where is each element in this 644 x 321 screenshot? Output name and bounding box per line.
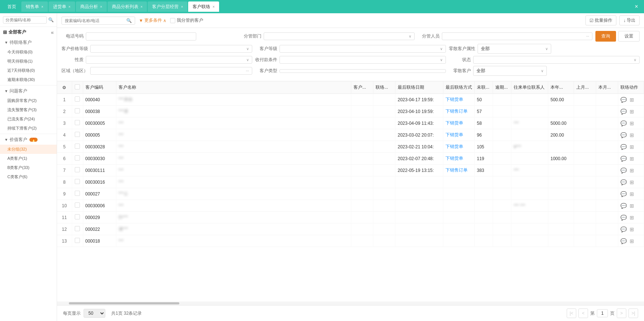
- row-checkbox[interactable]: [75, 144, 80, 149]
- action-grid-icon[interactable]: ⊞: [630, 238, 634, 244]
- nav-tab-customer-segment[interactable]: 客户分层经营 ×: [148, 1, 187, 12]
- filter-price-level-select[interactable]: ∨: [90, 45, 252, 53]
- horizontal-scrollbar[interactable]: [57, 301, 644, 305]
- cell-check[interactable]: [72, 94, 83, 106]
- action-chat-icon[interactable]: 💬: [620, 132, 627, 138]
- sidebar-item-churned[interactable]: 已流失客户(24): [0, 114, 57, 124]
- sidebar-item-7days[interactable]: 近7天待联络(0): [0, 66, 57, 75]
- nav-tab-purchase-close[interactable]: ×: [68, 5, 71, 9]
- nav-tab-sales[interactable]: 销售单 ×: [21, 1, 48, 12]
- action-chat-icon[interactable]: 💬: [620, 203, 627, 209]
- cell-check[interactable]: [72, 223, 83, 235]
- row-checkbox[interactable]: [75, 120, 80, 125]
- sidebar-group-value[interactable]: ▼ 价值客户 🔥: [0, 135, 57, 145]
- row-checkbox[interactable]: [75, 191, 80, 196]
- th-settings[interactable]: ⚙: [57, 81, 72, 94]
- nav-close-all[interactable]: ×: [632, 3, 641, 10]
- sidebar-item-today[interactable]: 今天待联络(0): [0, 47, 57, 57]
- filter-phone-input[interactable]: [86, 32, 196, 40]
- scrollbar-thumb[interactable]: [69, 302, 179, 304]
- cell-check[interactable]: [72, 200, 83, 212]
- last-method-link[interactable]: 下销货单: [446, 144, 463, 149]
- action-chat-icon[interactable]: 💬: [620, 215, 627, 221]
- sidebar-item-churn-warning[interactable]: 流失预警客户(3): [0, 105, 57, 114]
- th-check[interactable]: [72, 81, 83, 94]
- nav-tab-analysis-close[interactable]: ×: [100, 5, 102, 9]
- sidebar-item-classA[interactable]: A类客户(1): [0, 154, 57, 163]
- action-chat-icon[interactable]: 💬: [620, 191, 627, 197]
- cell-check[interactable]: [72, 188, 83, 200]
- nav-tab-analysis[interactable]: 商品分析 ×: [76, 1, 107, 12]
- sidebar-group-pending[interactable]: ▼ 待联络客户: [0, 38, 57, 47]
- action-grid-icon[interactable]: ⊞: [630, 144, 634, 150]
- reset-btn[interactable]: 设置: [618, 31, 640, 42]
- action-grid-icon[interactable]: ⊞: [630, 156, 634, 162]
- action-chat-icon[interactable]: 💬: [620, 238, 627, 244]
- nav-tab-analysis-list[interactable]: 商品分析列表 ×: [108, 1, 147, 12]
- action-grid-icon[interactable]: ⊞: [630, 109, 634, 114]
- more-filters-btn[interactable]: ▼ 更多条件 ∧: [139, 17, 166, 24]
- row-checkbox[interactable]: [75, 226, 80, 231]
- action-grid-icon[interactable]: ⊞: [630, 203, 634, 209]
- page-next-btn[interactable]: >: [617, 308, 626, 318]
- filter-search-input[interactable]: [65, 18, 125, 23]
- filter-dept-select[interactable]: ∨: [264, 32, 414, 40]
- cell-check[interactable]: [72, 106, 83, 117]
- row-checkbox[interactable]: [75, 155, 80, 160]
- last-method-link[interactable]: 下销售订单: [446, 167, 468, 173]
- page-last-btn[interactable]: >|: [629, 308, 638, 318]
- action-grid-icon[interactable]: ⊞: [630, 167, 634, 173]
- action-grid-icon[interactable]: ⊞: [630, 226, 634, 232]
- filter-customer-type-select[interactable]: [279, 69, 446, 73]
- row-checkbox[interactable]: [75, 96, 80, 102]
- sidebar-search-icon[interactable]: 🔍: [48, 17, 54, 22]
- page-input[interactable]: [597, 309, 608, 317]
- row-checkbox[interactable]: [75, 179, 80, 184]
- action-chat-icon[interactable]: 💬: [620, 226, 627, 232]
- nav-tab-purchase[interactable]: 进货单 ×: [49, 1, 75, 12]
- cell-check[interactable]: [72, 141, 83, 153]
- sidebar-item-classC[interactable]: C类客户(6): [0, 172, 57, 181]
- sidebar-item-declining[interactable]: 持续下滑客户(2): [0, 124, 57, 133]
- row-checkbox[interactable]: [75, 132, 80, 137]
- my-customers-checkbox[interactable]: [170, 18, 175, 23]
- sidebar-search-input[interactable]: [3, 16, 47, 24]
- row-checkbox[interactable]: [75, 108, 80, 113]
- filter-manager-select[interactable]: ···: [442, 32, 592, 40]
- action-chat-icon[interactable]: 💬: [620, 120, 627, 126]
- action-chat-icon[interactable]: 💬: [620, 156, 627, 162]
- page-first-btn[interactable]: |<: [567, 308, 576, 318]
- last-method-link[interactable]: 下销货单: [446, 156, 463, 161]
- filter-retail-attr-select[interactable]: 全部 ∨: [478, 44, 551, 54]
- nav-home[interactable]: 首页: [3, 1, 21, 12]
- cell-check[interactable]: [72, 153, 83, 165]
- row-checkbox[interactable]: [75, 214, 80, 219]
- cell-check[interactable]: [72, 117, 83, 129]
- row-checkbox[interactable]: [75, 238, 80, 243]
- action-chat-icon[interactable]: 💬: [620, 97, 627, 103]
- action-grid-icon[interactable]: ⊞: [630, 215, 634, 221]
- sidebar-item-classB[interactable]: B类客户(33): [0, 163, 57, 172]
- last-method-link[interactable]: 下销货单: [446, 97, 463, 102]
- nav-tab-analysis-list-close[interactable]: ×: [141, 5, 143, 9]
- page-prev-btn[interactable]: <: [578, 308, 588, 318]
- action-grid-icon[interactable]: ⊞: [630, 120, 634, 126]
- filter-status-select[interactable]: ∨: [473, 56, 640, 64]
- nav-tab-sales-close[interactable]: ×: [41, 5, 43, 9]
- sidebar-item-abnormal[interactable]: 固购异常客户(2): [0, 96, 57, 105]
- nav-tab-customer-connect[interactable]: 客户联络 ×: [188, 1, 219, 12]
- search-btn[interactable]: 查询: [595, 31, 616, 42]
- batch-operation-btn[interactable]: ☑ 批量操作: [585, 15, 616, 25]
- action-grid-icon[interactable]: ⊞: [630, 97, 634, 103]
- sidebar-collapse-btn[interactable]: «: [51, 29, 54, 35]
- action-grid-icon[interactable]: ⊞: [630, 132, 634, 138]
- last-method-link[interactable]: 下销货单: [446, 120, 463, 126]
- filter-gender-select[interactable]: ∨: [86, 56, 252, 64]
- cell-check[interactable]: [72, 212, 83, 223]
- sidebar-item-overdue[interactable]: 逾期未联络(30): [0, 75, 57, 84]
- sidebar-item-ungroup[interactable]: 未分组(32): [0, 145, 57, 154]
- action-chat-icon[interactable]: 💬: [620, 144, 627, 150]
- row-checkbox[interactable]: [75, 167, 80, 172]
- filter-region-select[interactable]: ···: [90, 67, 252, 75]
- select-all-checkbox[interactable]: [75, 84, 80, 89]
